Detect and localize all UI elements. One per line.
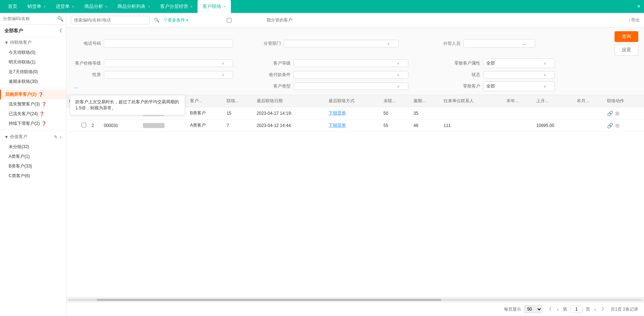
sidebar-item-declining[interactable]: 持续下滑客户(2) ❓ xyxy=(0,119,66,128)
first-page-button[interactable]: 《 xyxy=(545,305,553,313)
sidebar-item-ungrouped[interactable]: 未分组(32) xyxy=(0,142,66,152)
col-header-unit-contact[interactable]: 往来单位联系人 xyxy=(441,95,504,107)
sidebar-item-overdue[interactable]: 逾期未联络(30) xyxy=(0,77,66,86)
pagination-bar: 每页显示 50 20 100 《 ‹ 第 页 › 》 共1页 2条记录 xyxy=(66,302,644,316)
nav-product-analysis[interactable]: 商品分析 × xyxy=(79,0,112,13)
row1-last-date: 2023-04-17 14:19: xyxy=(255,107,326,119)
col-header-overdue[interactable]: 逾期... xyxy=(411,95,441,107)
col-header-last-month[interactable]: 上月... xyxy=(534,95,575,107)
sidebar-item-churn-warning[interactable]: 流失预警客户(3) ❓ xyxy=(0,99,66,109)
export-button[interactable]: ↑ 导出 xyxy=(628,17,640,23)
payment-label: 收付款条件 xyxy=(262,72,291,78)
filter-col-customer-type: 客户类型 ∨ xyxy=(262,82,449,90)
per-page-label: 每页显示 xyxy=(504,306,521,312)
col-header-type[interactable]: 客户... xyxy=(188,95,224,107)
row1-grid-icon[interactable]: ⊞ xyxy=(615,110,620,116)
row2-link-icon[interactable]: 🔗 xyxy=(607,123,613,128)
sidebar-item-repurchase-anomaly[interactable]: 回购异常客户(2) ❓ xyxy=(0,90,66,99)
value-group-sort-icon[interactable]: ↕ xyxy=(60,135,62,140)
last-page-button[interactable]: 》 xyxy=(600,305,608,313)
more-filters-button[interactable]: ▽ 更多条件 ∧ xyxy=(164,17,189,23)
col-header-uncontacted[interactable]: 未联... xyxy=(381,95,412,107)
dept-select[interactable]: ∨ xyxy=(284,40,399,47)
sidebar-search-icon[interactable]: 🔍 xyxy=(57,16,63,22)
horizontal-scrollbar[interactable] xyxy=(66,297,644,302)
col-header-last-date[interactable]: 最后联络日期 xyxy=(255,95,326,107)
filter-search-icon[interactable]: 🔍 xyxy=(154,18,159,23)
row2-action-icons: 🔗 ⊞ xyxy=(607,123,642,128)
person-select[interactable]: ... xyxy=(463,39,535,48)
per-page-select[interactable]: 50 20 100 xyxy=(524,305,542,313)
row2-code[interactable]: 000031 xyxy=(102,119,141,132)
scroll-track[interactable] xyxy=(68,299,643,301)
row1-this-year xyxy=(504,107,534,119)
nav-close-analysis-list[interactable]: × xyxy=(148,4,150,9)
nav-close-contact[interactable]: × xyxy=(223,4,226,9)
customer-grade-label: 客户等级 xyxy=(262,60,291,66)
row2-checkbox[interactable] xyxy=(78,119,89,132)
gender-select[interactable]: ∨ xyxy=(104,71,233,79)
value-group-edit-icon[interactable]: ✎ xyxy=(54,135,57,140)
sidebar-item-class-c[interactable]: C类客户(6) xyxy=(0,171,66,181)
payment-select[interactable]: ∨ xyxy=(293,71,408,79)
nav-close-sales[interactable]: × xyxy=(43,4,46,9)
phone-label: 电话号码 xyxy=(72,41,101,47)
page-number-input[interactable] xyxy=(570,306,583,313)
row1-contact: 15 xyxy=(224,107,255,119)
retail-select[interactable]: 全部 ∨ xyxy=(483,81,555,91)
row2-select-checkbox[interactable] xyxy=(82,123,86,127)
col-header-this-year[interactable]: 本年... xyxy=(504,95,534,107)
nav-customer-layering[interactable]: 客户分层经营 × xyxy=(155,0,198,13)
more-filters-dots[interactable]: ... xyxy=(74,83,78,90)
row2-contact: 7 xyxy=(224,119,255,132)
sidebar-search-input[interactable] xyxy=(3,16,57,21)
status-select[interactable]: ∨ xyxy=(483,71,555,79)
sidebar-item-class-a[interactable]: A类客户(1) xyxy=(0,152,66,161)
nav-customer-contact[interactable]: 客户联络 × xyxy=(198,0,231,13)
nav-purchase-order[interactable]: 进货单 × xyxy=(51,0,79,13)
sidebar-item-tomorrow[interactable]: 明天待联络(1) xyxy=(0,57,66,67)
col-header-action: 联络动作 xyxy=(605,95,644,107)
nav-close-layering[interactable]: × xyxy=(190,4,193,9)
filter-col-gender: 性质 ∨ xyxy=(72,71,259,79)
nav-home[interactable]: 首页 xyxy=(3,0,22,13)
sidebar-item-today[interactable]: 今天待联络(0) xyxy=(0,48,66,57)
query-button[interactable]: 查询 xyxy=(615,31,638,42)
row1-uncontacted: 50 xyxy=(381,107,412,119)
row2-index: 2 xyxy=(89,119,102,132)
nav-close-purchase[interactable]: × xyxy=(72,4,74,9)
next-page-button[interactable]: › xyxy=(593,306,597,313)
col-header-last-method[interactable]: 最后联络方式 xyxy=(326,95,381,107)
settings-button[interactable]: 设置 xyxy=(615,44,638,56)
sidebar-item-class-b[interactable]: B类客户(33) xyxy=(0,161,66,171)
sidebar-collapse-button[interactable]: 《 xyxy=(57,28,62,34)
sidebar-group-value[interactable]: ▼ 价值客户 ✎ ↕ xyxy=(0,132,66,142)
search-input[interactable] xyxy=(71,16,150,24)
sidebar-item-7days[interactable]: 近7天待联络(0) xyxy=(0,67,66,77)
my-customer-checkbox[interactable] xyxy=(193,18,265,23)
my-customer-checkbox-label[interactable]: 我分管的客户 xyxy=(193,17,292,23)
retail-label: 零散客户 xyxy=(451,83,480,89)
scroll-thumb[interactable] xyxy=(97,299,441,301)
phone-input[interactable] xyxy=(104,39,233,48)
window-close-button[interactable]: × xyxy=(637,3,640,10)
nav-sales-order[interactable]: 销货单 × xyxy=(22,0,51,13)
dept-chevron: ∨ xyxy=(387,42,390,46)
customer-grade-select[interactable]: ∨ xyxy=(293,60,408,67)
prev-page-button[interactable]: ‹ xyxy=(556,306,560,313)
row1-link-icon[interactable]: 🔗 xyxy=(607,110,613,116)
nav-product-analysis-list[interactable]: 商品分析列表 × xyxy=(112,0,155,13)
row2-grid-icon[interactable]: ⊞ xyxy=(615,123,620,128)
person-dots: ... xyxy=(523,41,526,46)
price-grade-select[interactable]: ∨ xyxy=(104,60,233,67)
col-header-this-month[interactable]: 本月... xyxy=(575,95,605,107)
filter-row-1: 电话号码 分管部门 ∨ 分管人员 ... 查询 设置 xyxy=(72,31,638,56)
sidebar-item-churned[interactable]: 已流失客户(24) ❓ xyxy=(0,109,66,119)
col-header-contact[interactable]: 联络... xyxy=(224,95,255,107)
row1-last-method[interactable]: 下销货单 xyxy=(326,107,381,119)
retail-attr-select[interactable]: 全部 ∨ xyxy=(483,58,555,68)
row2-last-method[interactable]: 下销货单 xyxy=(326,119,381,132)
customer-type-select[interactable]: ∨ xyxy=(293,82,408,90)
nav-close-analysis[interactable]: × xyxy=(105,4,107,9)
sidebar-group-pending[interactable]: ▼ 待联络客户 xyxy=(0,37,66,48)
